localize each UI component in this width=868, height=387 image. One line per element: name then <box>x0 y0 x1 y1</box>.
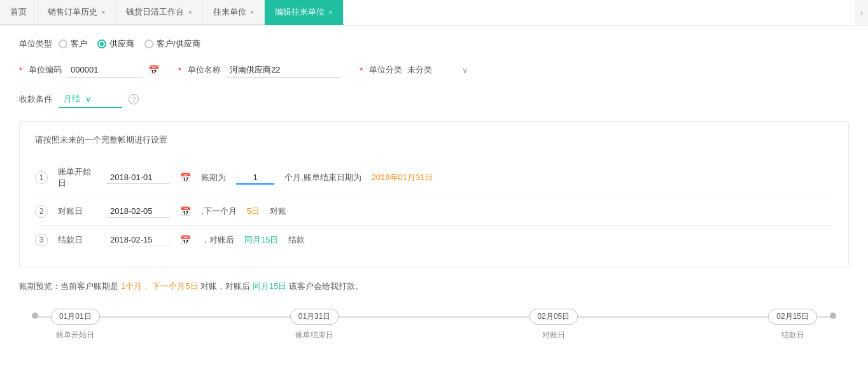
period-row-3-text-before: ，对账后 <box>201 234 234 246</box>
period-end-date-highlight: 2018年01月31日 <box>372 172 433 183</box>
unit-category-select[interactable]: 未分类 ∨ <box>407 64 468 76</box>
unit-code-group: * 单位编码 📅 <box>19 62 159 78</box>
period-payment-calendar-icon[interactable]: 📅 <box>180 235 191 245</box>
period-row-1-num: 1 <box>35 171 48 184</box>
timeline-badge-1: 01月01日 <box>51 309 100 325</box>
period-row-2-text-before: ,下一个月 <box>201 206 237 217</box>
unit-name-input[interactable] <box>226 62 340 78</box>
unit-category-value: 未分类 <box>407 64 458 76</box>
unit-code-star: * <box>19 66 22 75</box>
period-row-1-label: 账单开始日 <box>58 166 96 189</box>
preview-item3: 同月15日 <box>253 281 286 291</box>
unit-category-chevron-icon: ∨ <box>462 66 468 75</box>
timeline-badge-3: 02月05日 <box>529 309 578 325</box>
tab-units[interactable]: 往来单位 × <box>203 0 265 25</box>
period-start-date-input[interactable] <box>106 171 170 184</box>
tab-cash-close-icon[interactable]: × <box>188 8 192 16</box>
timeline-label-2: 账单结束日 <box>295 330 333 341</box>
payment-chevron-icon: ∨ <box>85 94 92 104</box>
radio-both[interactable]: 客户/供应商 <box>144 38 200 50</box>
preview-item2: 下一个月5日 <box>152 281 198 291</box>
unit-type-row: 单位类型 客户 供应商 客户/供应商 <box>19 38 849 50</box>
tab-sales-close-icon[interactable]: × <box>101 8 105 16</box>
period-months-input[interactable] <box>236 171 274 185</box>
period-title: 请按照未来的一个完整帐期进行设置 <box>35 134 833 146</box>
radio-supplier[interactable]: 供应商 <box>97 38 134 50</box>
tab-expand-button[interactable]: › <box>855 0 868 25</box>
tab-cash-work[interactable]: 钱货日清工作台 × <box>116 0 202 25</box>
radio-both-label: 客户/供应商 <box>157 38 200 50</box>
timeline-node-1: 01月01日 账单开始日 <box>51 309 100 341</box>
period-row-3: 3 结款日 📅 ，对账后 同月15日 结款 <box>35 226 833 254</box>
timeline-start-dot <box>32 313 38 319</box>
unit-name-label: 单位名称 <box>188 64 221 76</box>
timeline-nodes: 01月01日 账单开始日 01月31日 账单结束日 02月05日 对账日 02月… <box>51 309 817 360</box>
radio-supplier-circle <box>97 39 106 48</box>
timeline-node-4: 02月15日 结款日 <box>768 309 817 341</box>
payment-select[interactable]: 月结 ∨ <box>59 90 122 108</box>
period-box: 请按照未来的一个完整帐期进行设置 1 账单开始日 📅 账期为 个月,账单结束日期… <box>19 121 849 267</box>
period-row-1-text-before: 账期为 <box>201 172 226 183</box>
basic-info-row: * 单位编码 📅 * 单位名称 * 单位分类 未分类 ∨ <box>19 62 849 78</box>
period-row-3-highlight: 同月15日 <box>244 234 278 246</box>
unit-type-radio-group: 客户 供应商 客户/供应商 <box>59 38 200 50</box>
preview-text: 账期预览：当前客户账期是 1个月， 下一个月5日 对账，对账后 同月15日 该客… <box>19 280 849 293</box>
tab-units-label: 往来单位 <box>213 6 246 18</box>
radio-both-circle <box>144 39 153 48</box>
tab-sales-label: 销售订单历史 <box>48 6 97 18</box>
timeline-badge-4: 02月15日 <box>768 309 817 325</box>
radio-supplier-label: 供应商 <box>109 38 134 50</box>
tab-home-label: 首页 <box>10 6 27 18</box>
tab-units-close-icon[interactable]: × <box>250 8 254 16</box>
radio-customer[interactable]: 客户 <box>59 38 87 50</box>
unit-cat-star: * <box>360 66 363 75</box>
period-payment-date-input[interactable] <box>106 234 170 246</box>
period-row-3-label: 结款日 <box>58 234 96 246</box>
tab-bar: 首页 销售订单历史 × 钱货日清工作台 × 往来单位 × 编辑往来单位 × › <box>0 0 868 25</box>
unit-code-label: 单位编码 <box>29 64 62 76</box>
tab-edit-unit[interactable]: 编辑往来单位 × <box>265 0 343 25</box>
unit-name-group: * 单位名称 <box>178 62 340 78</box>
unit-code-calendar-icon[interactable]: 📅 <box>148 65 159 75</box>
timeline-badge-2: 01月31日 <box>290 309 339 325</box>
timeline-label-3: 对账日 <box>542 330 565 341</box>
main-content: 单位类型 客户 供应商 客户/供应商 * 单位编码 📅 * <box>0 25 868 387</box>
preview-suffix: 该客户会给我打款。 <box>289 281 363 291</box>
period-row-2-text-after: 对账 <box>270 206 286 217</box>
period-row-3-num: 3 <box>35 234 48 246</box>
period-reconcile-date-input[interactable] <box>106 205 170 218</box>
period-row-2-label: 对账日 <box>58 206 96 217</box>
radio-customer-label: 客户 <box>71 38 87 50</box>
preview-item1: 1个月， <box>121 281 150 291</box>
unit-category-group: * 单位分类 未分类 ∨ <box>360 64 468 76</box>
timeline-label-4: 结款日 <box>781 330 804 341</box>
period-start-calendar-icon[interactable]: 📅 <box>180 172 191 183</box>
period-row-1-text-after: 个月,账单结束日期为 <box>284 172 361 183</box>
unit-type-label: 单位类型 <box>19 38 52 50</box>
payment-row: 收款条件 月结 ∨ ? <box>19 90 849 108</box>
timeline: 01月01日 账单开始日 01月31日 账单结束日 02月05日 对账日 02月… <box>19 309 849 360</box>
timeline-end-dot <box>830 313 836 319</box>
timeline-label-1: 账单开始日 <box>56 330 94 341</box>
unit-category-label: 单位分类 <box>369 64 402 76</box>
timeline-node-2: 01月31日 账单结束日 <box>290 309 339 341</box>
tab-home[interactable]: 首页 <box>0 0 38 25</box>
tab-edit-label: 编辑往来单位 <box>275 6 325 18</box>
tab-expand-icon: › <box>860 8 863 17</box>
tab-sales-history[interactable]: 销售订单历史 × <box>38 0 116 25</box>
preview-middle: 对账，对账后 <box>200 281 250 291</box>
tab-edit-close-icon[interactable]: × <box>328 8 332 16</box>
unit-name-star: * <box>178 66 181 75</box>
payment-label: 收款条件 <box>19 94 52 105</box>
period-row-2-highlight: 5日 <box>247 206 260 217</box>
period-reconcile-calendar-icon[interactable]: 📅 <box>180 206 191 216</box>
payment-help-icon[interactable]: ? <box>129 94 139 104</box>
payment-value: 月结 <box>64 93 80 104</box>
tab-cash-label: 钱货日清工作台 <box>126 6 184 18</box>
period-row-2-num: 2 <box>35 205 48 218</box>
period-row-3-text-after: 结款 <box>288 234 305 246</box>
timeline-node-3: 02月05日 对账日 <box>529 309 578 341</box>
period-row-1: 1 账单开始日 📅 账期为 个月,账单结束日期为 2018年01月31日 <box>35 158 833 197</box>
period-row-2: 2 对账日 📅 ,下一个月 5日 对账 <box>35 197 833 226</box>
unit-code-input[interactable] <box>67 62 143 78</box>
